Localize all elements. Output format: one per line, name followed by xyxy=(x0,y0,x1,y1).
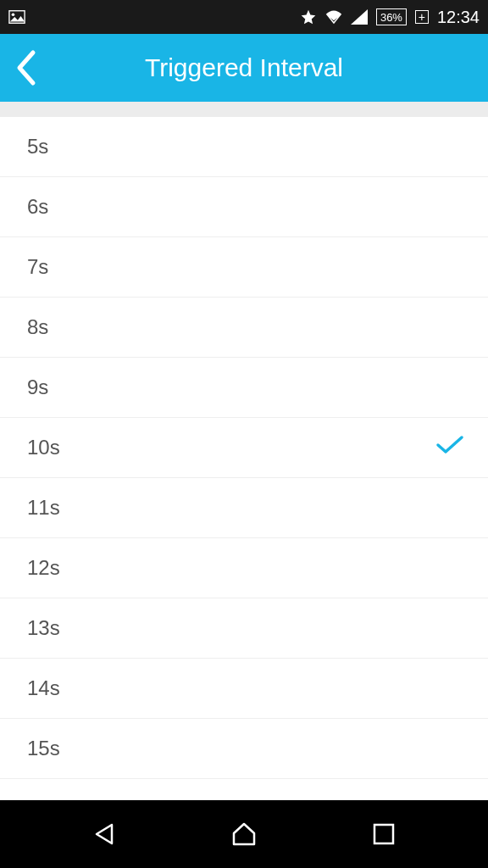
interval-label: 5s xyxy=(27,135,48,159)
picture-icon xyxy=(8,8,25,25)
list-item[interactable]: 14s xyxy=(0,659,488,719)
list-item[interactable]: 6s xyxy=(0,177,488,237)
interval-label: 7s xyxy=(27,255,48,279)
star-icon xyxy=(300,8,317,25)
interval-label: 6s xyxy=(27,195,48,219)
interval-label: 13s xyxy=(27,616,60,640)
divider-band xyxy=(0,102,488,117)
app-bar: Triggered Interval xyxy=(0,34,488,102)
status-bar: 36% + 12:34 xyxy=(0,0,488,34)
svg-rect-2 xyxy=(374,825,393,843)
wifi-icon xyxy=(325,8,342,25)
interval-list: 5s6s7s8s9s10s11s12s13s14s15s xyxy=(0,117,488,779)
battery-charging-icon: + xyxy=(415,10,429,24)
list-item[interactable]: 13s xyxy=(0,598,488,659)
battery-percent-label: 36% xyxy=(380,11,402,24)
list-item[interactable]: 10s xyxy=(0,418,488,478)
battery-icon: 36% xyxy=(376,8,407,25)
list-item[interactable]: 9s xyxy=(0,358,488,418)
page-title: Triggered Interval xyxy=(0,53,488,82)
nav-bar xyxy=(0,800,488,868)
list-item[interactable]: 7s xyxy=(0,237,488,298)
nav-recent-button[interactable] xyxy=(367,817,401,851)
interval-label: 10s xyxy=(27,436,60,459)
interval-label: 12s xyxy=(27,556,60,580)
interval-label: 9s xyxy=(27,376,48,399)
checkmark-icon xyxy=(435,435,464,460)
list-item[interactable]: 5s xyxy=(0,117,488,177)
interval-label: 11s xyxy=(27,496,60,520)
list-item[interactable]: 12s xyxy=(0,538,488,598)
nav-back-button[interactable] xyxy=(87,817,121,851)
list-item[interactable]: 15s xyxy=(0,719,488,779)
interval-label: 14s xyxy=(27,676,60,700)
interval-label: 15s xyxy=(27,737,60,760)
nav-home-button[interactable] xyxy=(227,817,261,851)
svg-point-1 xyxy=(12,13,15,16)
interval-label: 8s xyxy=(27,315,48,339)
list-item[interactable]: 11s xyxy=(0,478,488,538)
signal-icon xyxy=(351,8,368,25)
back-button[interactable] xyxy=(0,34,51,102)
list-item[interactable]: 8s xyxy=(0,298,488,358)
clock-label: 12:34 xyxy=(437,8,480,27)
